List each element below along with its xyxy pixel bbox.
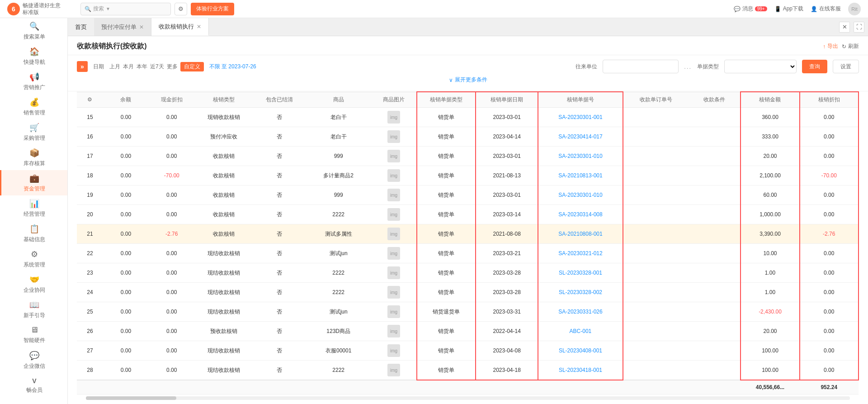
tab-prepay[interactable]: 预付冲应付单 ✕: [94, 18, 151, 36]
cell-cash-discount: -2.76: [149, 224, 194, 244]
sidebar-item-purchase[interactable]: 🛒 采购管理: [0, 119, 67, 145]
table-row: 21 0.00 -2.76 收款核销 否 测试多属性 img 销货单 2021-…: [77, 224, 859, 244]
cancel-bill-no-link[interactable]: SA-20230301-010: [558, 153, 602, 159]
cell-receipt-condition: [689, 361, 741, 380]
cell-cancel-bill-no: SL-20230418-001: [538, 361, 623, 380]
tab-collection-close[interactable]: ✕: [197, 24, 201, 30]
cell-cancel-type: 现结收款核销: [194, 361, 253, 380]
cell-cancel-bill-no: SL-20230328-002: [538, 283, 623, 302]
cell-goods-img: img: [371, 147, 417, 166]
filter-fast-btn[interactable]: »: [77, 61, 88, 72]
cell-goods: 测试jun: [306, 244, 371, 263]
cell-receipt-order-no: [623, 185, 689, 205]
cell-goods-img: img: [371, 322, 417, 341]
export-button[interactable]: ↑ 导出: [823, 43, 838, 50]
search-box[interactable]: 🔍 搜索 ▼: [80, 3, 171, 15]
table-row: 20 0.00 0.00 收款核销 否 2222 img 销货单 2023-03…: [77, 205, 859, 224]
bill-type-select[interactable]: [724, 60, 797, 73]
th-settings[interactable]: ⚙: [77, 92, 103, 108]
date-opt-last-month[interactable]: 上月: [109, 63, 120, 71]
footer-row: 40,556,66... 952.24: [77, 380, 859, 394]
hardware-icon: 🖥: [30, 325, 38, 335]
cell-cancel-bill-date: 2021-08-08: [476, 224, 538, 244]
cancel-bill-no-link[interactable]: SA-20230301-010: [558, 192, 602, 198]
th-include-cleared: 包含已结清: [254, 92, 306, 108]
app-download-item[interactable]: 📱 App下载: [774, 5, 803, 13]
cancel-bill-no-link[interactable]: SA-20230414-017: [558, 133, 602, 140]
table-container[interactable]: ⚙ 余额 现金折扣 核销类型 包含已结清 商品 商品图片 核销单据类型 核销单据…: [68, 91, 868, 404]
horizontal-scrollbar[interactable]: [86, 396, 850, 400]
search-placeholder: 搜索: [93, 5, 104, 13]
cancel-bill-no-link[interactable]: ABC-001: [570, 328, 592, 334]
tab-collection[interactable]: 收款核销执行 ✕: [151, 18, 209, 36]
sidebar-item-inventory[interactable]: 📦 库存核算: [0, 145, 67, 170]
user-avatar[interactable]: Rit: [848, 3, 861, 15]
cancel-bill-no-link[interactable]: SA-20210808-001: [558, 231, 602, 237]
expand-more-btn[interactable]: ∨ 展开更多条件: [77, 73, 859, 86]
refresh-button[interactable]: ↻ 刷新: [842, 43, 859, 50]
th-cancel-bill-type: 核销单据类型: [417, 92, 476, 108]
sidebar-item-vip[interactable]: V 畅会员: [0, 373, 67, 398]
sidebar-item-operations[interactable]: 📊 经营管理: [0, 195, 67, 221]
cell-cancel-amount: 1.00: [741, 283, 799, 302]
cancel-bill-no-link[interactable]: SA-20210813-001: [558, 172, 602, 179]
cell-include-cleared: 否: [254, 127, 306, 147]
cell-remainder: 0.00: [103, 185, 149, 205]
cell-remainder: 0.00: [103, 166, 149, 185]
sales-icon: 💰: [29, 97, 39, 107]
cancel-bill-no-link[interactable]: SA-20230331-026: [558, 309, 602, 315]
date-opt-custom[interactable]: 自定义: [180, 62, 204, 71]
tab-close-btn[interactable]: ✕: [839, 22, 850, 33]
sidebar-label-sales: 销售管理: [24, 109, 45, 117]
cell-no: 26: [77, 322, 103, 341]
date-opt-more[interactable]: 更多: [167, 63, 178, 71]
search-dropdown-arrow: ▼: [106, 6, 110, 11]
cell-goods: 老白干: [306, 108, 371, 127]
cell-receipt-condition: [689, 302, 741, 322]
table-row: 25 0.00 0.00 现结收款核销 否 测试jun img 销货退货单 20…: [77, 302, 859, 322]
cell-cash-discount: 0.00: [149, 302, 194, 322]
gear-button[interactable]: ⚙: [175, 3, 187, 15]
cell-remainder: 0.00: [103, 302, 149, 322]
cancel-bill-no-link[interactable]: SL-20230418-001: [559, 367, 602, 373]
sidebar-item-collab[interactable]: 🤝 企业协同: [0, 271, 67, 297]
date-opt-this-year[interactable]: 本年: [137, 63, 147, 71]
cell-cancel-discount: 0.00: [800, 263, 859, 283]
cancel-bill-no-link[interactable]: SL-20230328-001: [559, 270, 602, 276]
page-header: 收款核销执行(按收款) ↑ 导出 ↻ 刷新: [68, 36, 868, 55]
sidebar-item-guide[interactable]: 📖 新手引导: [0, 297, 67, 322]
sidebar-item-sysadmin[interactable]: ⚙ 系统管理: [0, 246, 67, 271]
tab-prepay-close[interactable]: ✕: [139, 24, 144, 30]
sidebar-item-quicknav[interactable]: 🏠 快捷导航: [0, 43, 67, 69]
date-opt-this-month[interactable]: 本月: [123, 63, 134, 71]
tab-expand-btn[interactable]: ⛶: [854, 22, 864, 33]
cell-receipt-condition: [689, 341, 741, 361]
sidebar-item-hardware[interactable]: 🖥 智能硬件: [0, 322, 67, 347]
scrollbar-thumb[interactable]: [86, 396, 176, 400]
date-opt-7days[interactable]: 近7天: [150, 63, 164, 71]
sidebar-item-sales[interactable]: 💰 销售管理: [0, 94, 67, 119]
message-item[interactable]: 💬 消息 99+: [734, 5, 767, 13]
sidebar-item-wechat[interactable]: 💬 企业微信: [0, 347, 67, 373]
search-area: 🔍 搜索 ▼ ⚙ 体验行业方案: [80, 3, 728, 15]
industry-btn[interactable]: 体验行业方案: [191, 3, 234, 15]
cancel-bill-no-link[interactable]: SA-20230301-001: [558, 114, 602, 120]
sidebar-item-finance[interactable]: 💼 资金管理: [0, 170, 67, 195]
cancel-bill-no-link[interactable]: SA-20230321-012: [558, 250, 602, 257]
query-button[interactable]: 查询: [802, 60, 827, 73]
sidebar-item-basicinfo[interactable]: 📋 基础信息: [0, 221, 67, 246]
cell-no: 17: [77, 147, 103, 166]
table-row: 23 0.00 0.00 现结收款核销 否 2222 img 销货单 2023-…: [77, 263, 859, 283]
cell-cancel-type: 预付冲应收: [194, 127, 253, 147]
cell-cash-discount: 0.00: [149, 205, 194, 224]
cancel-bill-no-link[interactable]: SA-20230314-008: [558, 211, 602, 218]
cancel-bill-no-link[interactable]: SL-20230328-002: [559, 289, 602, 295]
tab-home[interactable]: 首页: [68, 18, 94, 36]
cancel-bill-no-link[interactable]: SL-20230408-001: [559, 347, 602, 354]
sidebar-item-marketing[interactable]: 📢 营销推广: [0, 69, 67, 94]
sidebar-item-search[interactable]: 🔍 搜索菜单: [0, 18, 67, 43]
online-service-item[interactable]: 👤 在线客服: [811, 5, 841, 13]
refresh-icon: ↻: [842, 43, 846, 50]
from-unit-input[interactable]: [603, 60, 679, 73]
setting-button[interactable]: 设置: [833, 60, 859, 73]
